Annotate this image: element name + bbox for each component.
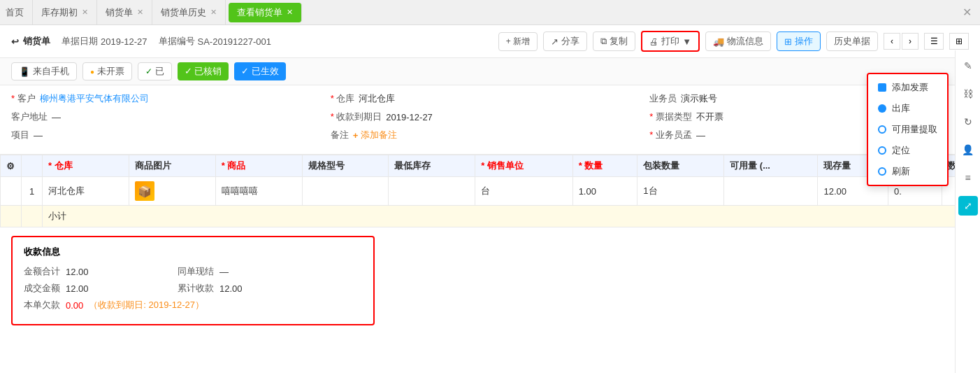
not-open-button[interactable]: 未开票 bbox=[82, 62, 132, 80]
print-button[interactable]: 🖨 打印 ▼ bbox=[641, 31, 700, 52]
form-row-2: 客户地址 — 收款到期日 2019-12-27 票据类型 不开票 bbox=[11, 111, 969, 123]
project-value: — bbox=[34, 130, 43, 141]
check-icon: ✓ bbox=[185, 66, 192, 76]
row-spec bbox=[302, 177, 389, 206]
next-arrow[interactable]: › bbox=[902, 33, 918, 50]
add-note-button[interactable]: 添加备注 bbox=[353, 129, 398, 141]
due-note: （收款到期日: 2019-12-27） bbox=[89, 299, 204, 311]
sidebar-expand-icon[interactable]: ⤢ bbox=[958, 196, 978, 216]
nav-arrows: ‹ › bbox=[884, 33, 918, 50]
history-button[interactable]: 历史单据 bbox=[826, 31, 878, 51]
copy-button[interactable]: ⧉ 复制 bbox=[593, 31, 635, 51]
truck-icon: 🚚 bbox=[713, 36, 724, 47]
current-owed-label: 本单欠款 bbox=[24, 299, 60, 311]
salesperson-value: — bbox=[696, 130, 705, 141]
available-header: 可用量 (... bbox=[724, 155, 818, 177]
prev-arrow[interactable]: ‹ bbox=[884, 33, 900, 50]
subtotal-settings bbox=[1, 206, 22, 227]
due-date-label: 收款到期日 bbox=[331, 111, 382, 123]
cumulative-field: 累计收款 12.00 bbox=[178, 282, 303, 295]
locate-item[interactable]: 定位 bbox=[868, 140, 947, 161]
tab-sales-history[interactable]: 销货单历史 ✕ bbox=[152, 0, 226, 25]
available-qty-icon bbox=[878, 125, 886, 134]
rownum-header bbox=[22, 155, 43, 177]
customer-field: 客户 柳州粤港平安气体有限公司 bbox=[11, 92, 331, 105]
operation-button[interactable]: ⊞ 操作 bbox=[777, 31, 821, 51]
settings-header[interactable]: ⚙ bbox=[1, 155, 22, 177]
locate-icon bbox=[878, 146, 886, 155]
doc-date-value: 2019-12-27 bbox=[101, 36, 147, 47]
outbound-item[interactable]: 出库 bbox=[868, 98, 947, 119]
row-pack-qty: 1台 bbox=[637, 177, 724, 206]
sales-unit-header: * 销售单位 bbox=[475, 155, 572, 177]
sidebar-rotate-icon[interactable]: ↻ bbox=[958, 112, 978, 132]
pack-qty-header: 包装数量 bbox=[637, 155, 724, 177]
table-header-row: ⚙ * 仓库 商品图片 * 商品 规格型号 最低库存 * 销售单位 * 数量 包… bbox=[1, 155, 980, 177]
row-available bbox=[724, 177, 818, 206]
right-sidebar: ✎ ⛓ ↻ 👤 ≡ ⤢ bbox=[955, 50, 980, 373]
data-table: ⚙ * 仓库 商品图片 * 商品 规格型号 最低库存 * 销售单位 * 数量 包… bbox=[0, 155, 980, 227]
view-mode-grid[interactable]: ⊞ bbox=[949, 33, 969, 50]
cumulative-label: 累计收款 bbox=[178, 282, 214, 295]
sidebar-user-icon[interactable]: 👤 bbox=[958, 140, 978, 160]
logistics-button[interactable]: 🚚 物流信息 bbox=[705, 31, 771, 51]
single-settlement-field: 同单现结 — bbox=[178, 265, 303, 278]
refresh-icon bbox=[878, 167, 886, 176]
address-field: 客户地址 — bbox=[11, 111, 331, 123]
form-row-1: 客户 柳州粤港平安气体有限公司 仓库 河北仓库 业务员 演示账号 bbox=[11, 92, 969, 105]
row-product-img: 📦 bbox=[129, 177, 215, 206]
doc-header: ↩ 销货单 单据日期 2019-12-27 单据编号 SA-20191227-0… bbox=[0, 25, 980, 58]
quantity-header: * 数量 bbox=[572, 155, 637, 177]
close-view-sales-tab[interactable]: ✕ bbox=[287, 8, 293, 17]
share-button[interactable]: ↗ 分享 bbox=[543, 31, 587, 51]
row-sales-unit: 台 bbox=[475, 177, 572, 206]
close-sales-order-tab[interactable]: ✕ bbox=[137, 8, 143, 17]
view-mode-list[interactable]: ☰ bbox=[924, 33, 944, 50]
warehouse-label: 仓库 bbox=[331, 92, 355, 105]
customer-value[interactable]: 柳州粤港平安气体有限公司 bbox=[40, 92, 149, 105]
close-sales-history-tab[interactable]: ✕ bbox=[210, 8, 217, 17]
due-date-value: 2019-12-27 bbox=[386, 112, 433, 122]
tab-sales-order[interactable]: 销货单 ✕ bbox=[97, 0, 152, 25]
warehouse-header: * 仓库 bbox=[43, 155, 129, 177]
doc-no-label: 单据编号 SA-20191227-001 bbox=[159, 35, 272, 48]
effective-status-button[interactable]: ✓ 已生效 bbox=[234, 62, 285, 80]
project-label: 项目 bbox=[11, 129, 29, 141]
tab-home[interactable]: 首页 bbox=[6, 0, 33, 25]
sold-status-button[interactable]: ✓ 已核销 bbox=[178, 62, 229, 80]
add-invoice-item[interactable]: 添加发票 bbox=[868, 77, 947, 98]
add-button[interactable]: + 新增 bbox=[498, 32, 538, 51]
from-mobile-button[interactable]: 📱 来自手机 bbox=[11, 62, 77, 80]
available-qty-item[interactable]: 可用量提取 bbox=[868, 119, 947, 140]
product-thumbnail: 📦 bbox=[135, 181, 154, 201]
min-stock-header: 最低库存 bbox=[389, 155, 475, 177]
tab-bar-close-button[interactable]: ✕ bbox=[963, 6, 972, 19]
toolbar-row: 📱 来自手机 未开票 已 ✓ 已核销 ✓ 已生效 bbox=[0, 58, 980, 85]
form-row-3: 项目 — 备注 添加备注 业务员孟 — bbox=[11, 129, 969, 141]
tab-view-sales[interactable]: 查看销货单 ✕ bbox=[229, 3, 302, 22]
table-container: ⚙ * 仓库 商品图片 * 商品 规格型号 最低库存 * 销售单位 * 数量 包… bbox=[0, 155, 980, 227]
sidebar-link-icon[interactable]: ⛓ bbox=[958, 84, 978, 104]
sidebar-list-icon[interactable]: ≡ bbox=[958, 168, 978, 188]
amount-value: 12.00 bbox=[66, 267, 89, 277]
due-date-field: 收款到期日 2019-12-27 bbox=[331, 111, 650, 123]
tab-inventory-init[interactable]: 库存期初 ✕ bbox=[33, 0, 97, 25]
product-img-header: 商品图片 bbox=[129, 155, 215, 177]
sidebar-edit-icon[interactable]: ✎ bbox=[958, 56, 978, 76]
check-button[interactable]: 已 bbox=[138, 62, 172, 80]
amount-label: 金额合计 bbox=[24, 265, 60, 278]
subtotal-label: 小计 bbox=[43, 206, 980, 227]
doc-date-label: 单据日期 2019-12-27 bbox=[62, 35, 147, 48]
doc-title: 销货单 bbox=[23, 35, 50, 48]
copy-icon: ⧉ bbox=[600, 36, 607, 47]
operation-dropdown: 添加发票 出库 可用量提取 定位 刷新 bbox=[867, 73, 949, 186]
payment-title: 收款信息 bbox=[24, 246, 362, 258]
warehouse-field: 仓库 河北仓库 bbox=[331, 92, 650, 105]
customer-label: 客户 bbox=[11, 92, 36, 105]
single-settlement-label: 同单现结 bbox=[178, 265, 214, 278]
refresh-item[interactable]: 刷新 bbox=[868, 161, 947, 182]
close-inventory-init-tab[interactable]: ✕ bbox=[82, 8, 88, 17]
address-label: 客户地址 bbox=[11, 111, 48, 123]
salesperson-label: 业务员孟 bbox=[649, 129, 692, 141]
row-quantity: 1.00 bbox=[572, 177, 637, 206]
